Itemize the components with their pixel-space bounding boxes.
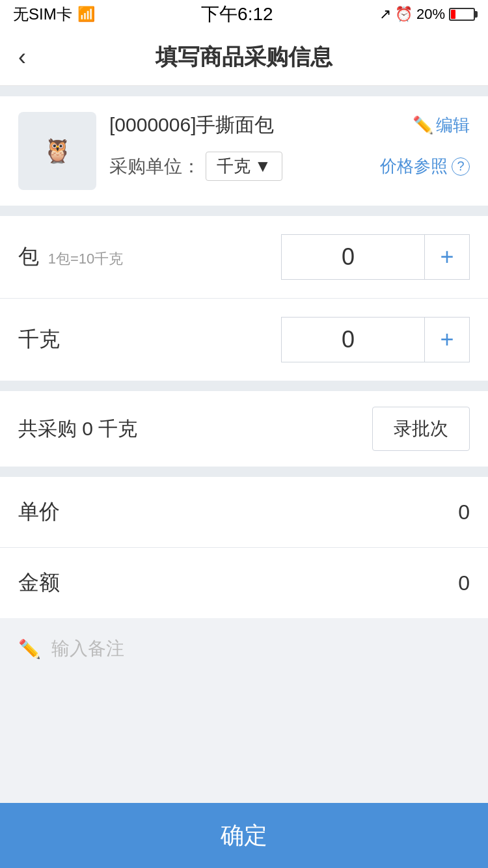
product-name-row: [0000006]手撕面包 ✏️ 编辑	[109, 112, 470, 139]
amount-label: 金额	[18, 569, 60, 597]
confirm-button[interactable]: 确定	[0, 803, 488, 868]
bag-quantity-input[interactable]	[281, 234, 424, 280]
mid-divider-2	[0, 381, 488, 391]
dropdown-arrow-icon: ▼	[254, 156, 271, 176]
product-logo: 🦉	[43, 137, 72, 165]
status-bar: 无SIM卡 📶 下午6:12 ↗ ⏰ 20%	[0, 0, 488, 29]
bag-label: 包	[18, 245, 39, 268]
unit-price-value: 0	[458, 500, 470, 524]
status-time: 下午6:12	[201, 2, 273, 27]
edit-button[interactable]: ✏️ 编辑	[413, 114, 470, 137]
amount-value: 0	[458, 571, 470, 595]
unit-select[interactable]: 千克 ▼	[206, 152, 282, 181]
alarm-icon: ⏰	[395, 6, 413, 23]
price-ref-help-icon: ?	[452, 157, 470, 176]
amount-row: 金额 0	[0, 548, 488, 618]
location-icon: ↗	[379, 6, 391, 23]
battery-icon	[449, 8, 475, 21]
status-left: 无SIM卡 📶	[13, 4, 95, 25]
unit-value: 千克	[217, 155, 251, 178]
kg-input-row: 千克 +	[0, 299, 488, 381]
page-title: 填写商品采购信息	[156, 42, 332, 72]
status-right: ↗ ⏰ 20%	[379, 6, 475, 23]
bag-input-control: +	[281, 234, 470, 280]
unit-price-row: 单价 0	[0, 477, 488, 548]
edit-label: 编辑	[436, 114, 470, 137]
kg-label: 千克	[18, 325, 60, 354]
note-placeholder: 输入备注	[51, 636, 124, 661]
mid-divider-3	[0, 467, 488, 477]
unit-label-text: 采购单位：	[109, 154, 200, 179]
battery-percent: 20%	[416, 6, 445, 23]
note-icon: ✏️	[18, 638, 41, 660]
product-unit-row: 采购单位： 千克 ▼ 价格参照 ?	[109, 152, 470, 181]
product-info: [0000006]手撕面包 ✏️ 编辑 采购单位： 千克 ▼ 价格参照 ?	[109, 112, 470, 181]
top-divider	[0, 86, 488, 96]
bag-plus-button[interactable]: +	[424, 234, 470, 280]
unit-label: 采购单位： 千克 ▼	[109, 152, 282, 181]
bag-input-row: 包 1包=10千克 +	[0, 216, 488, 299]
summary-text: 共采购 0 千克	[18, 416, 137, 442]
price-section: 单价 0 金额 0	[0, 477, 488, 618]
edit-icon: ✏️	[413, 115, 433, 135]
price-ref-label: 价格参照	[380, 155, 448, 178]
product-card: 🦉 [0000006]手撕面包 ✏️ 编辑 采购单位： 千克 ▼	[0, 96, 488, 206]
mid-divider-1	[0, 206, 488, 216]
price-reference-button[interactable]: 价格参照 ?	[380, 155, 470, 178]
kg-plus-button[interactable]: +	[424, 317, 470, 362]
kg-quantity-input[interactable]	[281, 317, 424, 362]
product-image: 🦉	[18, 112, 96, 190]
nav-bar: ‹ 填写商品采购信息	[0, 29, 488, 86]
unit-price-label: 单价	[18, 498, 60, 526]
back-button[interactable]: ‹	[18, 44, 26, 71]
wifi-icon: 📶	[77, 6, 95, 23]
confirm-label: 确定	[221, 820, 267, 852]
batch-record-button[interactable]: 录批次	[372, 407, 470, 451]
kg-input-control: +	[281, 317, 470, 362]
note-section[interactable]: ✏️ 输入备注	[0, 618, 488, 679]
bag-sub-label: 1包=10千克	[48, 251, 124, 267]
carrier-text: 无SIM卡	[13, 4, 72, 25]
input-section: 包 1包=10千克 + 千克 +	[0, 216, 488, 381]
product-name: [0000006]手撕面包	[109, 112, 274, 139]
summary-row: 共采购 0 千克 录批次	[0, 391, 488, 467]
bag-label-group: 包 1包=10千克	[18, 243, 123, 271]
